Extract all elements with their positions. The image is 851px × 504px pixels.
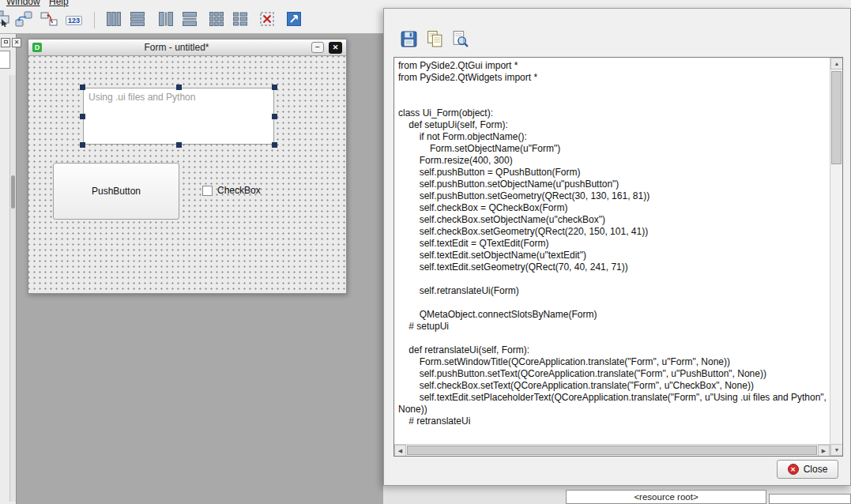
- layout-form-button[interactable]: [229, 9, 250, 31]
- edit-signals-slots-icon: [15, 10, 32, 30]
- form-close-button[interactable]: ✕: [329, 42, 342, 54]
- save-button[interactable]: [398, 29, 420, 51]
- selection-handle-top-right[interactable]: [272, 85, 277, 90]
- checkbox-indicator: [202, 186, 213, 196]
- edit-buddies-button[interactable]: [38, 9, 59, 31]
- edit-buddies-icon: [40, 10, 58, 30]
- selection-handle-bottom-middle[interactable]: [176, 142, 182, 148]
- menu-item-help[interactable]: Help: [49, 0, 69, 7]
- adjust-size-icon: [285, 10, 303, 30]
- textedit-selection: Using .ui files and Python: [83, 88, 274, 145]
- layout-form-icon: [232, 10, 249, 30]
- layout-horizontal-icon: [105, 10, 122, 30]
- copy-button[interactable]: [424, 29, 446, 51]
- qt-designer-app: Window Help 123: [0, 0, 851, 504]
- scroll-up-button[interactable]: ▲: [830, 58, 843, 70]
- horizontal-scrollbar[interactable]: ◀ ▶: [394, 444, 830, 456]
- save-icon: [400, 30, 418, 51]
- pushbutton-widget[interactable]: PushButton: [53, 163, 179, 220]
- dock-close-button[interactable]: ✕: [12, 38, 21, 47]
- edit-widgets-button[interactable]: [0, 9, 12, 31]
- edit-widgets-icon: [0, 10, 10, 30]
- selection-handle-top-left[interactable]: [80, 85, 85, 90]
- form-icon: D: [32, 43, 42, 52]
- code-text: from PySide2.QtGui import * from PySide2…: [398, 60, 828, 427]
- scroll-down-button[interactable]: ▼: [830, 444, 843, 456]
- edit-signals-slots-button[interactable]: [13, 9, 34, 31]
- close-button[interactable]: ✕ Close: [777, 460, 838, 479]
- layout-vertical-button[interactable]: [126, 9, 148, 31]
- form-window-title: Form - untitled*: [42, 42, 311, 53]
- layout-vertical-icon: [129, 10, 146, 30]
- textedit-widget[interactable]: Using .ui files and Python: [83, 88, 274, 145]
- selection-handle-middle-left[interactable]: [80, 114, 85, 119]
- dock-filter-field[interactable]: [0, 51, 10, 69]
- edit-tab-order-icon: 123: [66, 16, 82, 25]
- break-layout-icon: [258, 10, 276, 30]
- scroll-left-button[interactable]: ◀: [394, 445, 406, 457]
- dock-scrollbar[interactable]: [9, 75, 16, 502]
- code-preview-dialog: from PySide2.QtGui import * from PySide2…: [383, 8, 851, 486]
- selection-handle-bottom-right[interactable]: [272, 142, 277, 148]
- break-layout-button[interactable]: [256, 9, 277, 31]
- dock-scrollbar-thumb[interactable]: [11, 175, 15, 209]
- layout-horizontal-splitter-button[interactable]: [155, 9, 176, 31]
- checkbox-label: CheckBox: [217, 185, 261, 196]
- selection-handle-top-middle[interactable]: [176, 85, 182, 90]
- edit-tab-order-button[interactable]: 123: [63, 9, 85, 31]
- menu-item-window[interactable]: Window: [6, 0, 40, 7]
- scroll-right-button[interactable]: ▶: [818, 445, 830, 457]
- selection-handle-middle-right[interactable]: [272, 114, 277, 119]
- layout-vertical-splitter-button[interactable]: [179, 9, 200, 31]
- widget-box-dock: ✕: [0, 34, 17, 504]
- layout-grid-icon: [208, 10, 225, 30]
- resource-panel-fragment: [769, 494, 851, 504]
- layout-grid-button[interactable]: [205, 9, 227, 31]
- find-icon: [451, 30, 469, 51]
- form-window-titlebar[interactable]: D Form - untitled* − ✕: [28, 39, 346, 56]
- resource-root-item[interactable]: <resource root>: [566, 490, 766, 504]
- close-button-label: Close: [804, 464, 828, 475]
- adjust-size-button[interactable]: [283, 9, 304, 31]
- layout-horizontal-splitter-icon: [157, 10, 175, 30]
- find-button[interactable]: [450, 29, 471, 51]
- layout-horizontal-button[interactable]: [103, 9, 124, 31]
- vertical-scrollbar-thumb[interactable]: [831, 71, 842, 164]
- dock-float-button[interactable]: [1, 38, 10, 47]
- form-minimize-button[interactable]: −: [311, 42, 324, 53]
- menu-bar: Window Help: [0, 0, 851, 7]
- float-icon: [4, 40, 8, 43]
- code-view[interactable]: from PySide2.QtGui import * from PySide2…: [393, 57, 843, 457]
- copy-icon: [426, 30, 444, 51]
- close-icon: ✕: [788, 464, 799, 475]
- vertical-scrollbar[interactable]: ▲ ▼: [830, 58, 842, 456]
- horizontal-scrollbar-thumb[interactable]: [407, 446, 817, 455]
- form-window: D Form - untitled* − ✕ Using .ui files a…: [28, 39, 347, 294]
- selection-handle-bottom-left[interactable]: [80, 142, 85, 148]
- layout-vertical-splitter-icon: [181, 10, 198, 30]
- checkbox-widget[interactable]: CheckBox: [202, 185, 261, 196]
- toolbar-separator: [94, 12, 95, 28]
- form-canvas[interactable]: Using .ui files and Python PushButton Ch…: [28, 56, 346, 293]
